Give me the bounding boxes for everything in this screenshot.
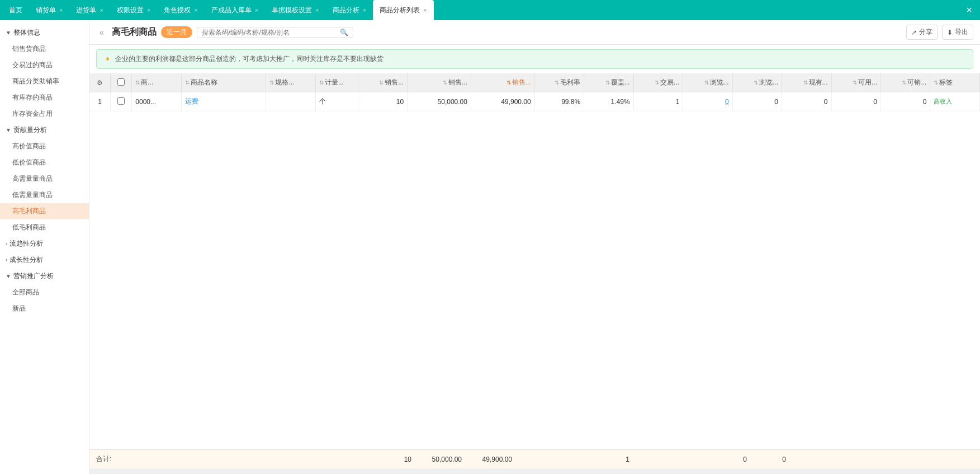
footer-transaction: 1 <box>594 456 633 463</box>
nav-tab-products[interactable]: 产成品入库单 × <box>205 0 265 20</box>
nav-tab-sales[interactable]: 销货单 × <box>29 0 69 20</box>
row-unit: 个 <box>315 92 358 111</box>
row-coverage: 1.49% <box>584 92 633 111</box>
nav-tab-analysis-list-label: 商品分析列表 <box>380 6 420 15</box>
col-transaction[interactable]: ⇅交易... <box>633 73 683 92</box>
sidebar-group-overall[interactable]: ▼ 整体信息 <box>0 25 89 41</box>
sidebar-item-new-goods[interactable]: 新品 <box>0 301 89 317</box>
row-code: 0000... <box>132 92 181 111</box>
sidebar-group-trend-label: 流趋性分析 <box>10 239 43 248</box>
nav-tab-permissions-close[interactable]: × <box>147 7 150 13</box>
sidebar-group-marketing[interactable]: ▼ 营销推广分析 <box>0 268 89 284</box>
col-sales-qty[interactable]: ⇅销售... <box>358 73 407 92</box>
col-name[interactable]: ⇅商品名称 <box>181 73 266 92</box>
col-available2[interactable]: ⇅可用... <box>831 73 880 92</box>
nav-tab-home[interactable]: 首页 <box>2 0 29 20</box>
row-sales-cost: 49,900.00 <box>471 92 534 111</box>
sidebar-group-wealth-label: 贡献量分析 <box>13 125 47 135</box>
row-sellable: 0 <box>880 92 930 111</box>
row-margin-rate: 99.8% <box>534 92 584 111</box>
sidebar-group-trend[interactable]: › 流趋性分析 <box>0 236 89 252</box>
col-settings[interactable]: ⚙ <box>89 73 111 92</box>
row-tag: 高收入 <box>930 92 980 111</box>
sidebar-collapse-button[interactable]: « <box>96 27 107 38</box>
nav-tab-analysis[interactable]: 商品分析 × <box>326 0 373 20</box>
col-available1[interactable]: ⇅现有... <box>782 73 831 92</box>
col-sales-amount[interactable]: ⇅销售... <box>408 73 471 92</box>
nav-tab-permissions[interactable]: 权限设置 × <box>110 0 157 20</box>
nav-tab-sales-close[interactable]: × <box>59 7 63 13</box>
row-available1: 0 <box>782 92 831 111</box>
nav-close-all-button[interactable]: × <box>960 0 978 20</box>
col-browse1[interactable]: ⇅浏览... <box>683 73 732 92</box>
sidebar-item-traded-goods[interactable]: 交易过的商品 <box>0 57 89 73</box>
sidebar-item-stock-ratio[interactable]: 库存资金占用 <box>0 106 89 122</box>
table-container[interactable]: ⚙ ⇅商... ⇅商品名称 ⇅规格... ⇅计量... ⇅销售... ⇅销售..… <box>89 73 980 449</box>
row-browse1[interactable]: 0 <box>683 92 732 111</box>
sidebar-item-goods-contribution[interactable]: 商品分类助销率 <box>0 73 89 90</box>
sidebar-group-marketing-label: 营销推广分析 <box>13 271 54 281</box>
sidebar-item-high-value[interactable]: 高价值商品 <box>0 138 89 154</box>
group-marketing-arrow: ▼ <box>6 273 11 279</box>
nav-tab-products-label: 产成品入库单 <box>211 6 252 15</box>
sidebar-item-sales-goods[interactable]: 销售货商品 <box>0 41 89 57</box>
footer-label: 合计: <box>96 454 163 464</box>
sidebar: ▼ 整体信息 销售货商品 交易过的商品 商品分类助销率 有库存的商品 库存资金占… <box>0 20 89 474</box>
select-all-checkbox[interactable] <box>117 78 125 86</box>
sidebar-item-high-demand[interactable]: 高需量量商品 <box>0 171 89 187</box>
col-tag[interactable]: ⇅标签 <box>930 73 980 92</box>
col-checkbox <box>111 73 132 92</box>
nav-tab-template[interactable]: 单据模板设置 × <box>265 0 325 20</box>
col-sales-cost[interactable]: ⇅销售... <box>471 73 534 92</box>
footer-sales-qty: 10 <box>376 456 415 463</box>
nav-tab-template-close[interactable]: × <box>315 7 319 13</box>
col-sellable[interactable]: ⇅可销... <box>880 73 930 92</box>
table-header-row: ⚙ ⇅商... ⇅商品名称 ⇅规格... ⇅计量... ⇅销售... ⇅销售..… <box>89 73 980 92</box>
col-spec[interactable]: ⇅规格... <box>266 73 315 92</box>
sidebar-group-growth[interactable]: › 成长性分析 <box>0 252 89 268</box>
nav-tab-analysis-list[interactable]: 商品分析列表 × <box>373 0 433 20</box>
nav-tab-analysis-close[interactable]: × <box>363 7 366 13</box>
nav-tab-products-close[interactable]: × <box>255 7 258 13</box>
search-box: 🔍 <box>197 27 353 38</box>
col-margin-rate[interactable]: ⇅毛利率 <box>534 73 584 92</box>
row-checkbox[interactable] <box>111 92 132 111</box>
top-nav: 首页 销货单 × 进货单 × 权限设置 × 角色授权 × 产成品入库单 × 单据… <box>0 0 980 20</box>
export-label: 导出 <box>955 27 968 37</box>
share-button[interactable]: ↗ 分享 <box>906 25 938 40</box>
nav-tab-purchase-close[interactable]: × <box>100 7 103 13</box>
main-layout: ▼ 整体信息 销售货商品 交易过的商品 商品分类助销率 有库存的商品 库存资金占… <box>0 20 980 474</box>
sidebar-item-low-margin[interactable]: 低毛利商品 <box>0 219 89 236</box>
content-area: « 高毛利商品 近一月 🔍 ↗ 分享 ⬇ 导出 ✦ 企业的主要的利润都是这部分商… <box>89 20 980 474</box>
sidebar-item-low-value[interactable]: 低价值商品 <box>0 154 89 171</box>
footer-cells: 10 50,000.00 49,900.00 1 0 0 <box>163 456 973 463</box>
col-unit[interactable]: ⇅计量... <box>315 73 358 92</box>
group-wealth-arrow: ▼ <box>6 127 11 133</box>
col-code[interactable]: ⇅商... <box>132 73 181 92</box>
sidebar-item-all-goods[interactable]: 全部商品 <box>0 284 89 301</box>
bottom-scrollbar[interactable] <box>89 468 980 474</box>
search-icon[interactable]: 🔍 <box>340 29 348 36</box>
sidebar-item-high-margin[interactable]: 高毛利商品 <box>0 203 89 219</box>
nav-tab-permissions-label: 权限设置 <box>117 6 144 15</box>
footer-available1: 0 <box>711 456 750 463</box>
row-name[interactable]: 运费 <box>181 92 266 111</box>
nav-tab-purchase[interactable]: 进货单 × <box>69 0 110 20</box>
nav-tab-roles-close[interactable]: × <box>194 7 197 13</box>
share-icon: ↗ <box>911 29 917 36</box>
col-coverage[interactable]: ⇅覆盖... <box>584 73 633 92</box>
search-input[interactable] <box>202 29 338 36</box>
nav-tab-analysis-label: 商品分析 <box>333 6 359 15</box>
info-banner: ✦ 企业的主要的利润都是这部分商品创造的，可考虑加大推广，同时关注库存是不要出现… <box>96 49 973 69</box>
col-browse2[interactable]: ⇅浏览... <box>732 73 782 92</box>
export-button[interactable]: ⬇ 导出 <box>942 25 973 40</box>
sidebar-item-instock-goods[interactable]: 有库存的商品 <box>0 90 89 106</box>
nav-tab-analysis-list-close[interactable]: × <box>423 7 427 13</box>
table-row: 1 0000... 运费 个 10 50,000.00 49,900.00 99… <box>89 92 980 111</box>
nav-tab-roles[interactable]: 角色授权 × <box>157 0 204 20</box>
filter-month-button[interactable]: 近一月 <box>161 26 192 38</box>
sidebar-item-low-demand[interactable]: 低需量量商品 <box>0 187 89 203</box>
nav-tab-purchase-label: 进货单 <box>76 6 96 15</box>
table-footer: 合计: 10 50,000.00 49,900.00 1 0 0 <box>89 449 980 468</box>
sidebar-group-wealth[interactable]: ▼ 贡献量分析 <box>0 122 89 138</box>
